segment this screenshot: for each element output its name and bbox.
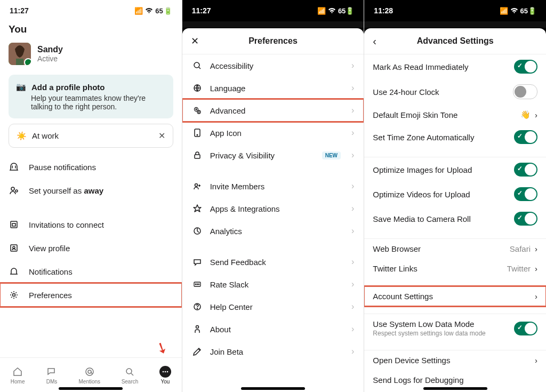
svg-point-12 [126,369,132,374]
tab-dms[interactable]: DMs [46,366,58,385]
row-icon [192,226,203,236]
svg-point-16 [167,371,168,372]
svg-point-8 [13,246,15,249]
row-icon [192,83,203,93]
menu-notifications[interactable]: Notifications [0,260,182,283]
adv-reset-cache[interactable]: Reset Cache [364,390,546,392]
adv-open-device-settings[interactable]: Open Device Settings› [364,350,546,370]
svg-rect-5 [11,221,17,228]
pref-app-icon[interactable]: App Icon› [182,122,364,144]
toggle[interactable] [514,130,537,144]
tab-mentions[interactable]: Mentions [79,366,101,385]
avatar [9,43,31,65]
menu-preferences[interactable]: Preferences [0,283,182,307]
adv-use-system-low-data-mode[interactable]: Use System Low Data ModeRespect system s… [364,314,546,342]
row-icon [192,279,203,290]
status-bar: 11:27 📶65🔋 [182,0,364,21]
toggle[interactable] [514,163,537,177]
adv-use-hour-clock[interactable]: Use 24-hour Clock [364,79,546,105]
home-indicator [59,387,123,390]
row-icon [192,324,203,334]
set-away[interactable]: Set yourself as away [0,179,182,202]
tab-home[interactable]: Home [11,366,25,385]
svg-rect-25 [195,155,200,158]
chevron-right-icon: › [351,302,354,311]
svg-point-31 [198,284,199,285]
profile-name: Sandy [37,45,63,54]
profile-photo-card[interactable]: 📷Add a profile photo Help your teammates… [9,75,173,118]
sheet-header: ‹ Advanced Settings [364,28,546,54]
pref-advanced[interactable]: Advanced› [182,99,364,122]
menu-view-profile[interactable]: View profile [0,236,182,260]
pref-apps-integrations[interactable]: Apps & Integrations› [182,197,364,220]
back-icon[interactable]: ‹ [373,35,376,47]
pref-analytics[interactable]: Analytics› [182,220,364,242]
adv-default-emoji-skin-tone[interactable]: Default Emoji Skin Tone👋› [364,105,546,125]
clear-status-icon[interactable]: ✕ [158,131,165,141]
dms-icon [46,366,58,378]
chevron-right-icon: › [351,347,354,356]
profile-header[interactable]: Sandy Active [0,38,182,69]
row-icon [9,243,19,253]
adv-set-time-zone-automatically[interactable]: Set Time Zone Automatically [364,125,546,149]
chevron-right-icon: › [535,264,537,273]
toggle[interactable] [514,212,537,226]
pause-notifications[interactable]: Pause notifications [0,155,182,179]
svg-point-10 [86,368,93,375]
chevron-right-icon: › [351,279,354,289]
adv-mark-as-read-immediately[interactable]: Mark As Read Immediately [364,54,546,79]
screen-you: 11:27 📶 65🔋 You Sandy Active 📷Add a prof… [0,0,182,392]
row-icon [192,60,203,71]
toggle[interactable] [514,60,537,74]
row-icon [9,290,19,300]
adv-twitter-links[interactable]: Twitter LinksTwitter› [364,259,546,278]
svg-point-34 [196,326,198,329]
svg-point-17 [194,62,199,68]
pref-rate-slack[interactable]: Rate Slack› [182,273,364,295]
close-icon[interactable]: ✕ [191,35,199,47]
home-indicator [423,387,487,390]
svg-point-11 [88,370,91,373]
adv-save-media-to-camera-roll[interactable]: Save Media to Camera Roll [364,206,546,231]
camera-icon: 📷 [16,82,26,92]
you-icon [159,366,171,378]
chevron-right-icon: › [535,110,537,119]
chevron-right-icon: › [351,204,354,213]
row-icon [192,150,203,161]
toggle[interactable] [513,84,537,99]
person-icon [9,185,19,196]
tab-search[interactable]: Search [122,366,139,385]
pref-privacy-visibility[interactable]: Privacy & VisibilityNEW› [182,144,364,166]
pref-language[interactable]: Language› [182,77,364,99]
adv-optimize-videos-for-upload[interactable]: Optimize Videos for Upload [364,182,546,206]
status-chip[interactable]: ☀️ At work ✕ [9,124,173,148]
pref-accessibility[interactable]: Accessibility› [182,54,364,77]
adv-web-browser[interactable]: Web BrowserSafari› [364,239,546,259]
presence-dot [24,58,31,65]
svg-point-4 [15,190,18,192]
status-bar: 11:28 📶65🔋 [364,0,546,21]
svg-point-22 [198,111,199,113]
adv-account-settings[interactable]: Account Settings› [364,286,546,306]
adv-optimize-images-for-upload[interactable]: Optimize Images for Upload [364,157,546,182]
toggle[interactable] [514,322,537,335]
chevron-right-icon: › [535,244,537,253]
chevron-right-icon: › [351,83,354,93]
pref-help-center[interactable]: Help Center› [182,295,364,318]
mentions-icon [84,366,95,378]
home-indicator [241,387,305,390]
row-icon [192,301,203,312]
chevron-right-icon: › [535,292,537,301]
pref-invite-members[interactable]: Invite Members› [182,175,364,197]
toggle[interactable] [514,187,537,201]
menu-invitations-to-connect[interactable]: Invitations to connect [0,213,182,236]
pref-about[interactable]: About› [182,318,364,340]
pref-send-feedback[interactable]: Send Feedback› [182,251,364,273]
status-icons: 📶 65🔋 [134,7,172,15]
chevron-right-icon: › [535,356,537,365]
tab-you[interactable]: You [159,366,171,385]
chevron-right-icon: › [351,324,354,334]
pref-join-beta[interactable]: Join Beta› [182,340,364,363]
svg-point-9 [13,294,15,297]
screen-preferences: 11:27 📶65🔋 ✕ Preferences Accessibility›L… [182,0,365,392]
